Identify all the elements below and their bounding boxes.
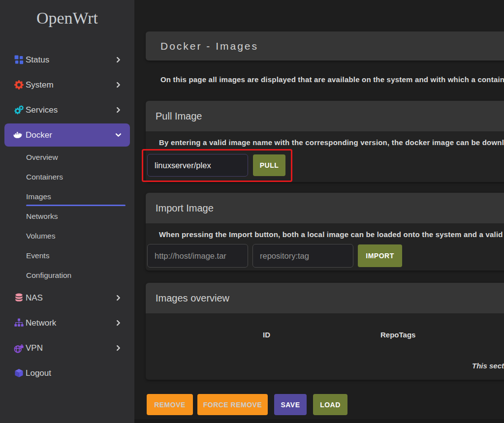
main-content: Docker - Images On this page all images … xyxy=(134,0,504,423)
force-remove-button[interactable]: FORCE REMOVE xyxy=(197,394,268,415)
chevron-right-icon xyxy=(116,107,121,113)
sidebar-subitem-images[interactable]: Images xyxy=(0,187,134,207)
sidebar-item-network[interactable]: Network xyxy=(0,310,134,335)
system-gear-icon xyxy=(14,80,24,90)
load-button[interactable]: LOAD xyxy=(313,394,347,415)
chevron-right-icon xyxy=(116,320,121,326)
sidebar-subitem-events[interactable]: Events xyxy=(0,246,134,266)
docker-whale-icon xyxy=(13,130,24,141)
logout-cube-icon xyxy=(14,368,24,378)
chevron-right-icon xyxy=(116,82,121,88)
images-overview-header: Images overview xyxy=(146,283,504,313)
sidebar-item-services[interactable]: Services xyxy=(0,97,134,122)
nas-database-icon xyxy=(14,293,24,303)
sidebar-item-system[interactable]: System xyxy=(0,72,134,97)
network-tree-icon xyxy=(14,318,24,328)
page-title: Docker - Images xyxy=(160,40,258,52)
column-header-repotags: RepoTags xyxy=(380,331,415,339)
pull-image-header: Pull Image xyxy=(146,101,504,131)
import-image-section: Import Image When pressing the Import bu… xyxy=(146,193,504,271)
sidebar-item-status[interactable]: Status xyxy=(0,47,134,72)
annotation-highlight-box xyxy=(142,149,292,182)
images-overview-section: Images overview xyxy=(146,283,504,380)
sidebar-item-vpn[interactable]: VPN xyxy=(0,335,134,361)
chevron-down-icon xyxy=(116,132,121,138)
remove-button[interactable]: REMOVE xyxy=(147,394,193,415)
sidebar-subitem-configuration[interactable]: Configuration xyxy=(0,266,134,285)
action-buttons: REMOVE FORCE REMOVE SAVE LOAD xyxy=(147,394,347,415)
sidebar-menu: Status System Services xyxy=(0,47,134,386)
vpn-globe-icon xyxy=(14,343,24,353)
column-header-id: ID xyxy=(263,331,270,339)
empty-table-note: This section contains no values yet xyxy=(472,362,504,370)
openwrt-logo[interactable]: OpenWrt xyxy=(0,0,134,28)
sidebar-item-logout[interactable]: Logout xyxy=(0,361,134,386)
sidebar-item-docker[interactable]: Docker xyxy=(0,122,134,148)
services-gears-icon xyxy=(14,105,24,115)
pull-image-description: By entering a valid image name with the … xyxy=(146,131,504,147)
sidebar-item-nas[interactable]: NAS xyxy=(0,285,134,310)
import-image-header: Import Image xyxy=(146,193,504,223)
save-button[interactable]: SAVE xyxy=(274,394,307,415)
footer-strip xyxy=(134,419,504,423)
chevron-right-icon xyxy=(116,295,121,301)
chevron-right-icon xyxy=(116,57,121,62)
sidebar-subitem-containers[interactable]: Containers xyxy=(0,167,134,187)
import-button[interactable]: IMPORT xyxy=(358,244,402,267)
sidebar-subitem-networks[interactable]: Networks xyxy=(0,207,134,226)
status-grid-icon xyxy=(14,55,24,65)
page-title-bar: Docker - Images xyxy=(146,31,504,60)
import-repository-tag-input[interactable] xyxy=(252,244,353,268)
page-description: On this page all images are displayed th… xyxy=(160,75,504,84)
sidebar-subitem-volumes[interactable]: Volumes xyxy=(0,226,134,246)
import-image-description: When pressing the Import button, both a … xyxy=(146,223,504,239)
import-url-input[interactable] xyxy=(147,244,248,268)
chevron-right-icon xyxy=(116,345,121,351)
sidebar: OpenWrt Status System xyxy=(0,0,134,423)
sidebar-subitem-overview[interactable]: Overview xyxy=(0,148,134,167)
